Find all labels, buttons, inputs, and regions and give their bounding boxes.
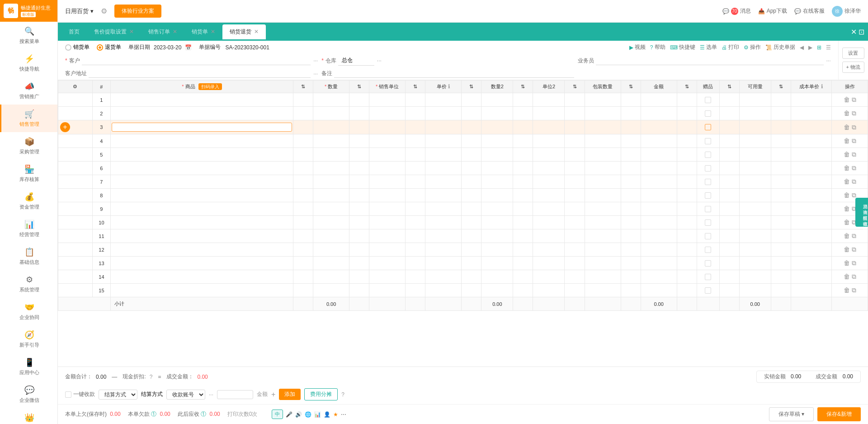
mic-icon[interactable]: 🎤	[286, 411, 292, 418]
payment-add-btn[interactable]: 添加	[279, 389, 301, 400]
row-qty2[interactable]	[481, 93, 513, 107]
row-gift[interactable]	[697, 93, 719, 107]
row-delete-btn[interactable]: 🗑	[844, 219, 850, 226]
sidebar-item-member[interactable]: 👑 畅会员	[0, 408, 57, 424]
toolbar-shortcut-btn[interactable]: ⌨ 快捷键	[670, 43, 695, 51]
tab-sales-return-close[interactable]: ✕	[254, 29, 259, 35]
daily-selector[interactable]: 日用百货 ▾	[65, 7, 94, 15]
row-delete-btn[interactable]: 🗑	[844, 273, 850, 281]
message-btn[interactable]: 💬 70 消息	[722, 7, 751, 15]
row-pack[interactable]	[585, 93, 621, 107]
note-input[interactable]	[334, 69, 574, 78]
row-delete-btn[interactable]: 🗑	[844, 246, 850, 253]
th-settings[interactable]: ⚙	[58, 81, 93, 93]
user-profile[interactable]: 徐 徐泽华	[832, 6, 861, 17]
payment-method-select[interactable]: 结算方式	[99, 390, 137, 400]
table-icon[interactable]: 📊	[314, 411, 321, 418]
tab-sales-delivery[interactable]: 销货单 ✕	[184, 24, 222, 39]
row-copy-btn[interactable]: ⧉	[852, 124, 856, 131]
customer-dots[interactable]: ···	[313, 57, 318, 64]
row-delete-btn[interactable]: 🗑	[844, 286, 850, 294]
row-copy-btn[interactable]: ⧉	[852, 246, 856, 253]
row-copy-btn[interactable]: ⧉	[852, 151, 856, 158]
warehouse-value[interactable]: 总仓	[338, 56, 374, 66]
sidebar-item-shortcuts[interactable]: ⚡ 快捷导航	[0, 49, 57, 77]
add-row-btn[interactable]: +	[60, 122, 70, 132]
fee-split-btn[interactable]: 费用分摊	[304, 388, 338, 400]
row-copy-btn[interactable]: ⧉	[852, 286, 856, 294]
row-delete-btn[interactable]: 🗑	[844, 205, 850, 213]
prev-record-btn[interactable]: ◀	[800, 44, 804, 51]
radio-delivery[interactable]: 销货单	[65, 43, 90, 51]
float-query[interactable]: 查询	[855, 204, 868, 209]
row-copy-btn[interactable]: ⧉	[852, 259, 856, 267]
tab-sales-order-close[interactable]: ✕	[173, 29, 177, 35]
topbar-gear-icon[interactable]: ⚙	[101, 7, 107, 15]
account-dots[interactable]: ···	[209, 391, 213, 398]
translate-icon[interactable]: 🌐	[305, 411, 311, 418]
view-list-icon[interactable]: ☰	[826, 44, 831, 51]
amount-dots[interactable]: +	[271, 391, 275, 399]
row-delete-btn[interactable]: 🗑	[844, 191, 850, 199]
sidebar-item-purchase[interactable]: 📦 采购管理	[0, 132, 57, 160]
star-icon[interactable]: ★	[333, 411, 338, 418]
row-copy-btn[interactable]: ⧉	[852, 232, 856, 240]
goods-input[interactable]	[112, 123, 292, 132]
barcode-btn[interactable]: 扫码录入	[198, 83, 222, 90]
tab-sales-order[interactable]: 销售订单 ✕	[141, 24, 184, 39]
row-copy-btn[interactable]: ⧉	[852, 164, 856, 172]
tab-close-all-icon[interactable]: ✕	[851, 28, 857, 36]
row-unit2[interactable]	[533, 93, 565, 107]
toolbar-history-btn[interactable]: 📜 历史单据	[765, 43, 795, 51]
staff-input[interactable]	[596, 57, 823, 65]
sidebar-item-guide[interactable]: 🧭 新手引导	[0, 325, 57, 353]
address-input[interactable]	[89, 69, 311, 78]
warehouse-dots[interactable]: ···	[377, 57, 382, 64]
sidebar-item-inventory[interactable]: 🏪 库存核算	[0, 160, 57, 187]
row-copy-btn[interactable]: ⧉	[852, 137, 856, 145]
row-amount[interactable]	[641, 93, 677, 107]
sidebar-item-basic[interactable]: 📋 基础信息	[0, 243, 57, 270]
sidebar-item-system[interactable]: ⚙ 系统管理	[0, 270, 57, 298]
float-feedback[interactable]: 反馈	[855, 221, 868, 227]
sidebar-item-search[interactable]: 🔍 搜索菜单	[0, 22, 57, 49]
row-delete-btn[interactable]: 🗑	[844, 151, 850, 158]
download-btn[interactable]: 📥 App下载	[758, 7, 787, 15]
one-click-checkbox[interactable]: 一键收款	[65, 391, 95, 398]
row-delete-btn[interactable]: 🗑	[844, 232, 850, 240]
row-cost[interactable]	[791, 93, 832, 107]
sidebar-item-marketing[interactable]: 📣 营销推广	[0, 77, 57, 105]
save-draft-btn[interactable]: 保存草稿 ▾	[769, 407, 814, 421]
account-select[interactable]: 收款账号	[166, 390, 205, 400]
service-btn[interactable]: 💬 在线客服	[794, 7, 825, 15]
settings-btn[interactable]: 设置	[842, 48, 864, 59]
fee-help-icon[interactable]: ?	[341, 391, 344, 398]
row-goods[interactable]	[110, 107, 293, 120]
row-avail[interactable]	[739, 93, 771, 107]
float-remind[interactable]: 提醒	[855, 210, 868, 215]
row-delete-btn[interactable]: 🗑	[844, 259, 850, 267]
address-dots[interactable]: ···	[313, 71, 318, 77]
sidebar-item-operation[interactable]: 📊 经营管理	[0, 215, 57, 243]
tab-sales-return[interactable]: 销货退货 ✕	[222, 24, 266, 39]
row-qty[interactable]	[313, 93, 349, 107]
row-delete-btn[interactable]: 🗑	[844, 137, 850, 145]
float-favorite[interactable]: 收藏	[855, 215, 868, 221]
calendar-icon[interactable]: 📅	[185, 44, 192, 51]
row-unit[interactable]	[369, 93, 406, 107]
voice-icon[interactable]: 🔊	[295, 411, 302, 418]
view-grid-icon[interactable]: ⊞	[817, 44, 821, 51]
date-value[interactable]: 2023-03-20	[154, 44, 181, 51]
row-copy-btn[interactable]: ⧉	[852, 96, 856, 104]
trial-btn[interactable]: 体验行业方案	[114, 5, 161, 18]
sidebar-item-enterprise[interactable]: 🤝 企业协同	[0, 298, 57, 325]
row-goods-input[interactable]	[110, 120, 293, 134]
sidebar-item-finance[interactable]: 💰 资金管理	[0, 187, 57, 215]
float-messages[interactable]: 消息	[855, 198, 868, 203]
row-copy-btn[interactable]: ⧉	[852, 178, 856, 186]
staff-dots[interactable]: ···	[826, 57, 831, 64]
row-delete-btn[interactable]: 🗑	[844, 110, 850, 117]
row-delete-btn[interactable]: 🗑	[844, 164, 850, 172]
sidebar-item-sales[interactable]: 🛒 销售管理	[0, 105, 57, 132]
toolbar-video-btn[interactable]: ▶ 视频	[629, 43, 646, 51]
